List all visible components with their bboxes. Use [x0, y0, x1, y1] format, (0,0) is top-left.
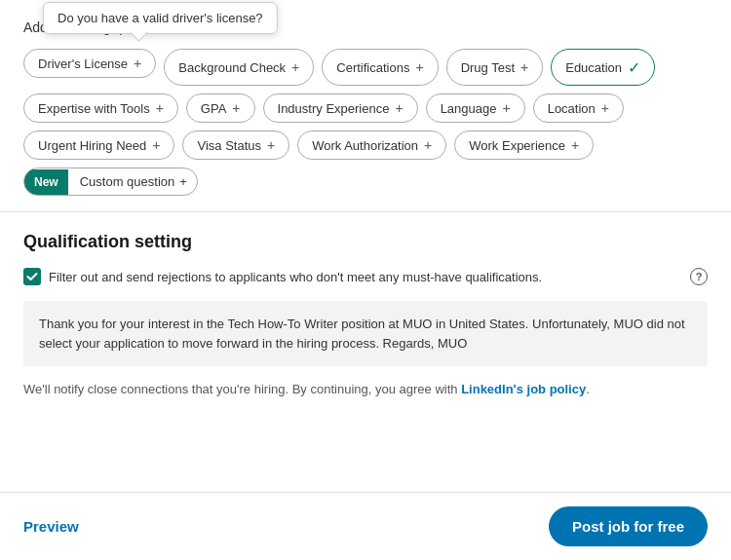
chip-drivers-license-icon: + [134, 56, 141, 71]
preview-button[interactable]: Preview [23, 518, 79, 535]
chip-education-label: Education [565, 60, 622, 75]
chip-drivers-license[interactable]: Driver's License + [23, 49, 156, 78]
footer: Preview Post job for free [0, 492, 731, 560]
rejection-text: Thank you for your interest in the Tech … [39, 317, 685, 351]
chip-industry-experience[interactable]: Industry Experience + [263, 93, 418, 123]
chip-expertise-tools[interactable]: Expertise with Tools + [23, 93, 178, 123]
filter-text: Filter out and send rejections to applic… [49, 270, 682, 284]
filter-row: Filter out and send rejections to applic… [23, 268, 708, 285]
chip-visa-status-label: Visa Status [197, 138, 261, 153]
post-job-button[interactable]: Post job for free [549, 506, 708, 546]
chip-background-check-label: Background Check [178, 60, 286, 75]
filter-checkbox[interactable] [23, 268, 41, 285]
chip-language-label: Language [441, 101, 497, 116]
qualification-section: Qualification setting Filter out and sen… [0, 232, 731, 366]
chip-gpa[interactable]: GPA + [186, 93, 255, 123]
chip-background-check-icon: + [291, 59, 299, 75]
chip-drug-test-icon: + [520, 59, 528, 75]
chip-industry-experience-icon: + [395, 100, 403, 116]
chip-gpa-icon: + [232, 100, 240, 116]
new-badge: New [24, 169, 68, 195]
qualification-title: Qualification setting [23, 232, 708, 252]
chip-custom-question[interactable]: New Custom question + [23, 168, 198, 196]
chip-custom-question-label: Custom question + [74, 168, 197, 195]
chip-certifications-label: Certifications [336, 60, 409, 75]
chip-expertise-tools-label: Expertise with Tools [38, 101, 150, 116]
chip-urgent-hiring-label: Urgent Hiring Need [38, 138, 146, 153]
chip-drivers-license-label: Driver's License [38, 56, 128, 71]
chip-gpa-label: GPA [201, 101, 227, 116]
drivers-license-chip-wrapper: Do you have a valid driver's license? Dr… [23, 49, 156, 78]
policy-text-before: We'll notify close connections that you'… [23, 382, 461, 396]
info-icon[interactable]: ? [690, 268, 708, 285]
chip-certifications-icon: + [415, 59, 423, 75]
chip-language[interactable]: Language + [426, 93, 525, 123]
policy-text-after: . [586, 382, 590, 396]
chip-background-check[interactable]: Background Check + [164, 49, 314, 86]
tooltip-box: Do you have a valid driver's license? [43, 2, 278, 34]
chip-urgent-hiring-icon: + [152, 137, 160, 153]
chip-urgent-hiring[interactable]: Urgent Hiring Need + [23, 131, 174, 160]
chip-language-icon: + [502, 100, 510, 116]
chip-drug-test[interactable]: Drug Test + [446, 49, 544, 86]
policy-row: We'll notify close connections that you'… [0, 382, 731, 396]
chip-work-experience-label: Work Experience [469, 138, 565, 153]
chip-education-check-icon: ✓ [628, 58, 640, 77]
chips-container: Do you have a valid driver's license? Dr… [23, 49, 708, 196]
chip-location-label: Location [548, 101, 596, 116]
chip-industry-experience-label: Industry Experience [278, 101, 390, 116]
chip-location[interactable]: Location + [533, 93, 624, 123]
chip-work-experience[interactable]: Work Experience + [454, 131, 594, 160]
chip-certifications[interactable]: Certifications + [322, 49, 438, 86]
chip-work-experience-icon: + [571, 137, 579, 153]
chip-work-authorization[interactable]: Work Authorization + [297, 131, 446, 160]
chip-drug-test-label: Drug Test [461, 60, 515, 75]
policy-link[interactable]: LinkedIn's job policy [461, 382, 586, 396]
rejection-box: Thank you for your interest in the Tech … [23, 301, 708, 366]
chip-education[interactable]: Education ✓ [551, 49, 655, 86]
chip-location-icon: + [601, 100, 609, 116]
chip-visa-status[interactable]: Visa Status + [182, 131, 289, 160]
chip-expertise-tools-icon: + [156, 100, 164, 116]
chip-work-authorization-label: Work Authorization [312, 138, 418, 153]
chip-visa-status-icon: + [267, 137, 275, 153]
chip-work-authorization-icon: + [424, 137, 432, 153]
chip-custom-question-icon: + [179, 174, 187, 189]
